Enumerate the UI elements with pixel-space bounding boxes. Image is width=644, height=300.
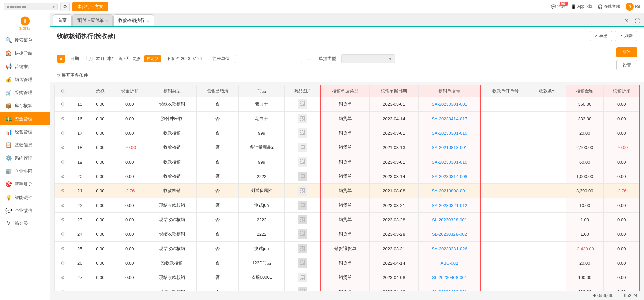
table-row[interactable]: ⚙270.000.00现结收款核销否衣服00001🖼销货单2023-04-08S… xyxy=(55,270,640,285)
row-settings-icon[interactable]: ⚙ xyxy=(61,203,65,208)
row-settings-icon[interactable]: ⚙ xyxy=(61,145,65,150)
user-area[interactable]: R Rit xyxy=(626,3,640,11)
sidebar-item-marketing[interactable]: 📢营销推广 xyxy=(0,60,50,73)
close-tab-btn[interactable]: ✕ xyxy=(623,17,631,25)
row-settings-icon[interactable]: ⚙ xyxy=(61,130,65,136)
bill-no-link[interactable]: ABC-001 xyxy=(441,261,459,266)
date-custom-badge[interactable]: 自定义 xyxy=(144,55,161,62)
maximize-btn[interactable]: ⛶ xyxy=(633,17,641,25)
date-last-month[interactable]: 上月 xyxy=(85,56,93,62)
col-header-goodsImg: 商品图片 xyxy=(284,85,321,97)
bill-no-link[interactable]: SL-20230328-001 xyxy=(432,217,467,222)
sidebar-item-wechat[interactable]: 💬企业微信 xyxy=(0,204,50,217)
from-unit-input[interactable] xyxy=(235,55,302,63)
row-settings-icon[interactable]: ⚙ xyxy=(61,116,65,121)
bill-no-link[interactable]: SA-20230301-001 xyxy=(432,102,467,107)
date-7days[interactable]: 近7天 xyxy=(119,56,130,62)
filter-settings-btn[interactable]: 设置 xyxy=(616,60,637,70)
expand-more-btn[interactable]: ▽ 展开更多条件 xyxy=(57,72,637,78)
tab-close-prepay[interactable]: × xyxy=(106,18,108,23)
sidebar-item-inventory[interactable]: 📦库存核算 xyxy=(0,99,50,112)
cell-receiptCondition xyxy=(530,256,566,270)
query-btn[interactable]: 查询 xyxy=(616,47,637,57)
tab-collect[interactable]: 收款核销执行× xyxy=(113,14,154,26)
message-btn[interactable]: 💬 消息 99+ xyxy=(551,4,566,9)
date-this-year[interactable]: 本年 xyxy=(107,56,116,62)
table-row[interactable]: ⚙260.000.00预收款核销否123D商品🖼销货单2022-04-14ABC… xyxy=(55,256,640,270)
table-row[interactable]: ⚙190.000.00收款核销否999🖼销货单2023-03-01SA-2023… xyxy=(55,155,640,169)
date-this-month[interactable]: 本月 xyxy=(96,56,105,62)
table-row[interactable]: ⚙210.00-2.76收款核销否测试多属性🖼销货单2021-08-08SA-2… xyxy=(55,184,640,198)
table-row[interactable]: ⚙240.000.00现结收款核销否2222🖼销货单2023-03-28SL-2… xyxy=(55,227,640,242)
cell-receiptCondition xyxy=(530,97,566,112)
cell-receiptOrderNo xyxy=(481,97,530,112)
negative-value: -2,430.00 xyxy=(576,246,594,251)
sidebar-item-newbie[interactable]: 🎯新手引导 xyxy=(0,178,50,191)
row-settings-icon[interactable]: ⚙ xyxy=(61,174,65,179)
row-settings-icon[interactable]: ⚙ xyxy=(61,231,65,237)
bill-no-link[interactable]: SA-20230301-010 xyxy=(432,160,467,165)
tab-prepay[interactable]: 预付冲应付单× xyxy=(72,14,113,26)
bill-no-link[interactable]: SL-20230328-002 xyxy=(432,232,467,237)
table-row[interactable]: ⚙180.00-70.00收款核销否多计量商品2🖼销货单2021-08-13SA… xyxy=(55,140,640,155)
sidebar-item-finance[interactable]: 💵资金管理 xyxy=(0,112,50,125)
row-settings-icon[interactable]: ⚙ xyxy=(61,246,65,251)
tab-close-collect[interactable]: × xyxy=(147,18,149,23)
dots-btn[interactable]: ··· xyxy=(308,56,313,61)
bill-no-link[interactable]: SA-20210808-001 xyxy=(432,188,467,194)
row-settings-icon[interactable]: ⚙ xyxy=(61,101,65,107)
col-settings-icon[interactable]: ⚙ xyxy=(61,88,65,94)
address-bar[interactable]: ■■■■■■■■ xyxy=(4,3,58,10)
bill-type-select[interactable] xyxy=(341,54,395,63)
sidebar-item-hardware[interactable]: 💡智能硬件 xyxy=(0,191,50,204)
sidebar-item-operations[interactable]: 📊经营管理 xyxy=(0,125,50,138)
sidebar-item-quicknav[interactable]: 🏠快捷导航 xyxy=(0,47,50,60)
table-row[interactable]: ⚙280.000.00现结收款核销否2222🖼销货单2023-04-18SL-2… xyxy=(55,285,640,291)
table-row[interactable]: ⚙250.000.00现结收款核销否测试jun🖼销货退货单2023-03-31S… xyxy=(55,242,640,256)
cell-receiptOrderNo xyxy=(481,242,530,256)
bill-no-link[interactable]: SA-20230301-010 xyxy=(432,131,467,136)
filter-toggle-btn[interactable]: » xyxy=(57,55,65,63)
row-settings-icon[interactable]: ⚙ xyxy=(61,260,65,266)
row-settings-icon[interactable]: ⚙ xyxy=(61,275,65,280)
table-container[interactable]: ⚙余额现金折扣核销类型包含已结清商品商品图片核销单据类型核销单据日期核销单据号收… xyxy=(50,82,644,291)
bill-no-link[interactable]: SA-20230321-012 xyxy=(432,203,467,208)
row-settings-icon[interactable]: ⚙ xyxy=(61,188,65,194)
bill-no-link[interactable]: SA-20230414-017 xyxy=(432,116,467,121)
online-service-btn[interactable]: 🎧 在线客服 xyxy=(598,4,620,9)
table-row[interactable]: ⚙170.000.00收款核销否999🖼销货单2023-03-01SA-2023… xyxy=(55,126,640,140)
bill-no-link[interactable]: SL-20230408-001 xyxy=(432,275,467,280)
table-row[interactable]: ⚙230.000.00现结收款核销否2222🖼销货单2023-03-28SL-2… xyxy=(55,213,640,227)
sidebar-item-system[interactable]: ⚙️系统管理 xyxy=(0,152,50,165)
date-more[interactable]: 更多 xyxy=(132,56,141,62)
table-row[interactable]: ⚙220.000.00现结收款核销否测试jun🖼销货单2023-03-21SA-… xyxy=(55,198,640,213)
tab-home[interactable]: 首页 xyxy=(53,14,72,26)
industry-btn[interactable]: 体验行业方案 xyxy=(72,2,108,11)
content-area: 首页预付冲应付单×收款核销执行× ✕ ⛶ 收款核销执行(按收款) ↗ 导出 ↺ … xyxy=(50,13,644,300)
sidebar-item-sales[interactable]: 💰销售管理 xyxy=(0,73,50,86)
marketing-icon: 📢 xyxy=(5,63,12,70)
app-download-btn[interactable]: 📱 App下载 xyxy=(571,4,592,9)
refresh-btn[interactable]: ↺ 刷新 xyxy=(615,31,637,41)
page-title: 收款核销执行(按收款) xyxy=(57,32,115,40)
sidebar-item-member[interactable]: V畅会员 xyxy=(0,217,50,230)
sidebar-item-purchase[interactable]: 🛒采购管理 xyxy=(0,86,50,99)
cell-goodsImg: 🖼 xyxy=(284,242,321,256)
table-row[interactable]: ⚙200.000.00收款核销否2222🖼销货单2023-03-14SA-202… xyxy=(55,169,640,184)
sidebar-item-basic[interactable]: 📋基础信息 xyxy=(0,138,50,152)
sidebar-item-enterprise[interactable]: 🏢企业协同 xyxy=(0,165,50,178)
cell-includeClear: 否 xyxy=(196,213,238,227)
export-btn[interactable]: ↗ 导出 xyxy=(590,31,612,41)
row-settings-icon[interactable]: ⚙ xyxy=(61,159,65,165)
bill-no-link[interactable]: SA-20230314-008 xyxy=(432,174,467,179)
row-settings-icon[interactable]: ⚙ xyxy=(61,217,65,222)
bill-no-link[interactable]: SA-20230331-026 xyxy=(432,246,467,251)
sidebar-item-search[interactable]: 🔍搜索菜单 xyxy=(0,34,50,47)
table-row[interactable]: ⚙160.000.00预付冲应收否老白干🖼销货单2023-04-14SA-202… xyxy=(55,112,640,126)
table-row[interactable]: ⚙150.000.00现线收款核销否老白干🖼销货单2023-03-01SA-20… xyxy=(55,97,640,112)
bill-no-link[interactable]: SA-20210813-001 xyxy=(432,145,467,150)
cell-seq: 23 xyxy=(71,213,89,227)
cell-settings: ⚙ xyxy=(55,256,71,270)
cell-receiptOrderNo xyxy=(481,270,530,285)
settings-btn[interactable]: ⚙ xyxy=(60,2,70,11)
